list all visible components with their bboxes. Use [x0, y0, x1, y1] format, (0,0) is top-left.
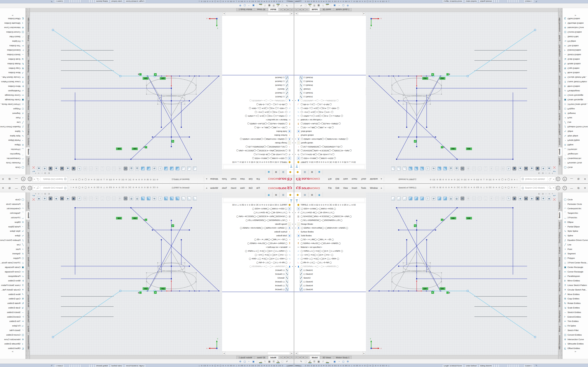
flyout-ellipse[interactable]: ⊙Ellipse: [0, 220, 26, 224]
tree-item[interactable]: ▥◯ 5Ƨ✛ƐƐ5Ƨ◯ИΝ⊙∘✛ƆСƐƐ5Ƨ◯∘◯Ƨ5ƐƐСƆ✛∘⊙ΝИ ◯: [294, 214, 366, 218]
tab-mesh-modeling[interactable]: Mesh Modeling: [26, 293, 30, 309]
axis-legend-icon[interactable]: ∟: [259, 360, 262, 363]
line-thickness-icon[interactable]: ☰: [313, 4, 316, 7]
search-icon[interactable]: [36, 177, 41, 182]
status-units-icon[interactable]: ✎: [536, 364, 537, 367]
tree-item[interactable]: ▞(-) Sketch2: [222, 91, 294, 95]
tree-item[interactable]: ◔◯ 5Ƨ⊥⊙5ƧИΝƐƐ5Ƨ◯∘◯Ƨ5ƐƐΝИƧ5⊙⊥Ƨ5 ◯: [222, 145, 294, 149]
menu-edit[interactable]: Edit: [334, 186, 341, 190]
more-commands-icon[interactable]: ≫: [0, 13, 26, 17]
flyout-rotate-entities[interactable]: ↻Rotate Entities: [0, 61, 26, 66]
sketch-lines[interactable]: [61, 76, 219, 159]
tree-item[interactable]: ▞(-) Sketch1: [294, 268, 366, 272]
tree-item[interactable]: ▞(-) Sketch5: [222, 280, 294, 284]
featuremanager-tab[interactable]: ⬟: [294, 192, 301, 197]
tree-item[interactable]: ▞(-) Sketch6: [222, 76, 294, 80]
flyout-tangent-arc[interactable]: ⌒Tangent Arc: [0, 152, 26, 156]
hatch-pattern-icon[interactable]: ▦: [317, 360, 320, 363]
menu-view[interactable]: View: [342, 186, 349, 190]
flyout-silhouette-entities[interactable]: ◑Silhouette Entities: [562, 21, 588, 25]
tree-item[interactable]: ◙Solid Bodies: [294, 234, 366, 237]
flyout-mirror-entities[interactable]: ⊪Mirror Entities: [0, 84, 26, 89]
tab-direct-editing[interactable]: Direct Editing: [26, 231, 30, 244]
ink-layers-icon[interactable]: ❏: [281, 360, 284, 363]
flyout-style-spline[interactable]: ∿Style Spline: [562, 134, 588, 138]
restore-button[interactable]: ⧉: [576, 177, 580, 181]
propertymanager-tab[interactable]: ⊞: [301, 170, 309, 175]
paintbrush-icon[interactable]: ✐: [277, 360, 280, 363]
propertymanager-tab[interactable]: ⊞: [279, 192, 287, 197]
doctab-motion-study-1[interactable]: Motion Study 1: [236, 356, 254, 359]
flyout-trim-entities[interactable]: ✂Trim Entities: [0, 319, 26, 324]
pending-rebuild-icon[interactable]: ◔: [247, 360, 251, 363]
menu-view[interactable]: View: [239, 177, 246, 181]
axis-legend-icon[interactable]: ∟: [326, 360, 329, 363]
tree-item[interactable]: ◖Surface Bodies: [222, 133, 294, 137]
sketch-canvas[interactable]: 108 108 109 109 ✎ ✎ 3 3: [0, 192, 222, 355]
tree-item[interactable]: ▞(-) Sketch5: [222, 83, 294, 87]
tree-item[interactable]: ◙Solid Bodies: [222, 130, 294, 133]
minimize-button[interactable]: —: [569, 177, 574, 181]
tree-item[interactable]: ★◯ 5ƧƐ✛∘⊙ΛΑΦ◯∘◯ΦΑΛ⊙∘✛Ɛ5Ƨ ◯: [222, 207, 294, 211]
scroll-right-icon[interactable]: ▶: [363, 12, 366, 15]
pin-menu-icon[interactable]: ➤: [205, 177, 208, 181]
tab-nav-icon[interactable]: ◀: [286, 8, 290, 11]
flyout-circular-sketch-pattern[interactable]: ✳Circular Sketch Patt...: [0, 287, 26, 292]
tab-overflow-icon[interactable]: ⋮: [558, 8, 562, 11]
flyout-trim-entities[interactable]: ✂Trim Entities: [562, 43, 588, 48]
tree-item[interactable]: ★◯ 5ƧƐ✛∘⊙ΛΑΦ◯∘◯ΦΑΛ⊙∘✛Ɛ5Ƨ ◯: [294, 156, 366, 160]
tree-item[interactable]: ▞(-) Sketch2: [222, 272, 294, 276]
flyout-line[interactable]: ╱Line: [562, 120, 588, 125]
tab-mesh-modeling[interactable]: Mesh Modeling: [26, 58, 30, 74]
help-icon[interactable]: ?: [21, 177, 25, 181]
tree-item[interactable]: ▞(-) Sketch1: [222, 95, 294, 99]
tree-item[interactable]: ▞(-) Sketch1: [222, 268, 294, 272]
menu-insert[interactable]: Insert: [350, 186, 359, 190]
sketch-canvas[interactable]: 108 108 109 109 ✎ ✎ 3 3: [0, 12, 222, 175]
expand-arrow-icon[interactable]: ▸: [294, 212, 297, 213]
flyout-copy-entities[interactable]: ⧉Copy Entities: [0, 297, 26, 301]
tree-item[interactable]: ▞(-) Sketch5: [294, 83, 366, 87]
expand-arrow-icon[interactable]: ▸: [291, 142, 294, 144]
units-selector[interactable]: Custom ▲: [524, 0, 534, 3]
tab-markup[interactable]: Markup: [26, 324, 30, 333]
menu-window[interactable]: Window: [209, 177, 220, 181]
scroll-right-icon[interactable]: ▶: [363, 352, 366, 355]
tree-item[interactable]: ▸A◯ 5ƧИΝ⊙∘✛Α✛⊙ИΝΑ◯∘◯ΑΝИ⊙✛Α✛∘⊙ΝИƧ5 ◯: [222, 137, 294, 141]
flyout-segment[interactable]: #Segment: [0, 251, 26, 256]
tree-horizontal-scrollbar[interactable]: ◀ ▶: [294, 12, 366, 16]
tree-item[interactable]: ▸↺◯ Λ⊥⊙✛5Ƨ∘Ж◯∘◯Ж∘Ƨ5✛⊙⊥Λ ◯: [222, 153, 294, 156]
tab-overflow-icon[interactable]: ⋮: [26, 8, 30, 11]
help-icon[interactable]: ?: [21, 186, 25, 190]
scrollbar-thumb[interactable]: [267, 352, 290, 355]
scroll-right-icon[interactable]: ▶: [222, 12, 225, 15]
tree-item[interactable]: ◙Solid Bodies: [222, 234, 294, 237]
units-selector[interactable]: Custom ▲: [524, 364, 534, 367]
flyout-ellipse[interactable]: ⊙Ellipse: [562, 143, 588, 147]
flyout-rotate-entities[interactable]: ↻Rotate Entities: [0, 301, 26, 306]
menu-insert[interactable]: Insert: [350, 177, 359, 181]
tab-weldments[interactable]: Weldments: [558, 269, 562, 281]
tree-item[interactable]: ▱◯ ∘⊙✛◯ ✶⊙[◯∘◯]⊙✶ ◯✛⊙∘ ◯: [222, 253, 294, 257]
flyout-parallelogram[interactable]: ▱Parallelogram: [0, 274, 26, 279]
tree-item[interactable]: Σ◯ 5ƧИΝ⊙∘✛Α∪ƐƐ◯∘◯ƐƐ∪Α✛∘⊙ΝИƧ5 ◯: [222, 241, 294, 245]
tree-item[interactable]: Σ◯ 5ƧИΝ⊙∘✛Α∪ƐƐ◯∘◯ƐƐ∪Α✛∘⊙ΝИƧ5 ◯: [222, 122, 294, 126]
tree-item[interactable]: ▸A◯ 5ƧИΝ⊙∘✛Α✛⊙ИΝΑ◯∘◯ΑΝИ⊙✛Α✛∘⊙ΝИƧ5 ◯: [294, 226, 366, 230]
flyout-offset-entities[interactable]: ⊑Offset Entities: [0, 346, 26, 350]
tab-nav-icon[interactable]: ▶: [302, 8, 305, 11]
expand-arrow-icon[interactable]: ▸: [291, 154, 294, 155]
tree-item[interactable]: ▥◯ 5Ƨ✛ƐƐ5Ƨ◯ИΝ⊙∘✛ƆСƐƐ5Ƨ◯∘◯Ƨ5ƐƐСƆ✛∘⊙ΝИ ◯: [222, 149, 294, 153]
tab-weldments[interactable]: Weldments: [26, 86, 30, 98]
tab-mold-tools[interactable]: Mold Tools: [558, 281, 562, 293]
tree-item[interactable]: ▸A◯ 5ƧИΝ⊙∘✛Α✛⊙ИΝΑ◯∘◯ΑΝИ⊙✛Α✛∘⊙ΝИƧ5 ◯: [294, 137, 366, 141]
selected-line-handles[interactable]: [52, 29, 156, 77]
tab-surfaces[interactable]: Surfaces: [26, 220, 30, 230]
flyout-trim-entities[interactable]: ✂Trim Entities: [0, 43, 26, 48]
user-account-icon[interactable]: [556, 177, 560, 181]
flyout-tangent-arc[interactable]: ⌒Tangent Arc: [562, 211, 588, 215]
tab-direct-editing[interactable]: Direct Editing: [26, 122, 30, 136]
user-account-icon[interactable]: [28, 177, 32, 181]
flyout-extend-entities[interactable]: ⊢Extend Entities: [0, 315, 26, 319]
flyout-circle[interactable]: ◯Circle: [0, 165, 26, 170]
flyout-sketch-fillet[interactable]: ◜Sketch Fillet: [0, 328, 26, 333]
